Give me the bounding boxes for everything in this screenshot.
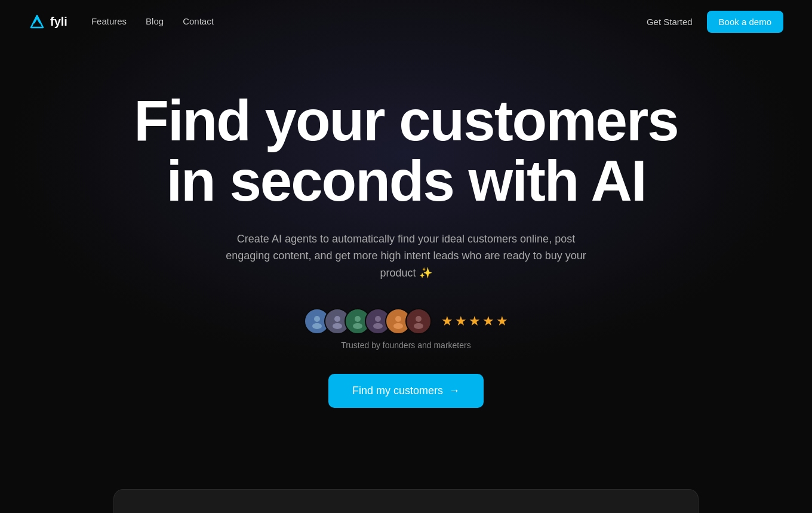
- social-proof-row: ★ ★ ★ ★ ★: [304, 308, 508, 334]
- svg-point-8: [395, 316, 401, 322]
- star-4: ★: [482, 314, 494, 329]
- cta-arrow-icon: →: [449, 385, 460, 397]
- svg-point-11: [414, 323, 423, 329]
- nav-left: fyli Features Blog Contact: [29, 13, 214, 30]
- svg-point-4: [355, 316, 361, 322]
- avatar-group: [304, 308, 432, 334]
- nav-features[interactable]: Features: [91, 16, 127, 26]
- svg-point-9: [393, 323, 403, 329]
- star-rating: ★ ★ ★ ★ ★: [441, 314, 508, 329]
- svg-point-3: [333, 323, 342, 329]
- nav-contact[interactable]: Contact: [183, 16, 214, 26]
- get-started-link[interactable]: Get Started: [647, 17, 693, 27]
- svg-point-1: [312, 323, 322, 329]
- hero-title: Find your customers in seconds with AI: [134, 91, 678, 211]
- logo-text: fyli: [50, 15, 67, 29]
- find-customers-button[interactable]: Find my customers →: [328, 374, 484, 408]
- nav-right: Get Started Book a demo: [647, 11, 783, 33]
- nav-links: Features Blog Contact: [91, 16, 214, 27]
- hero-title-line1: Find your customers: [134, 88, 678, 152]
- hero-section: Find your customers in seconds with AI C…: [0, 43, 812, 408]
- star-2: ★: [455, 314, 467, 329]
- hero-subtitle: Create AI agents to automatically find y…: [221, 231, 591, 282]
- navbar: fyli Features Blog Contact Get Started B…: [0, 0, 812, 43]
- avatar: [405, 308, 432, 334]
- star-5: ★: [496, 314, 508, 329]
- nav-blog[interactable]: Blog: [146, 16, 164, 26]
- star-3: ★: [469, 314, 481, 329]
- hero-title-line2: in seconds with AI: [166, 149, 645, 213]
- svg-point-6: [375, 316, 381, 322]
- svg-point-0: [314, 316, 320, 322]
- social-proof: ★ ★ ★ ★ ★ Trusted by founders and market…: [304, 282, 508, 350]
- trusted-text: Trusted by founders and marketers: [341, 340, 470, 350]
- logo-icon: [29, 13, 45, 30]
- cta-label: Find my customers: [352, 385, 443, 397]
- svg-point-5: [353, 323, 362, 329]
- svg-point-2: [334, 316, 340, 322]
- svg-point-10: [416, 316, 422, 322]
- logo[interactable]: fyli: [29, 13, 67, 30]
- book-demo-button[interactable]: Book a demo: [707, 11, 783, 33]
- svg-point-7: [373, 323, 383, 329]
- star-1: ★: [441, 314, 453, 329]
- bottom-card-hint: [113, 489, 699, 513]
